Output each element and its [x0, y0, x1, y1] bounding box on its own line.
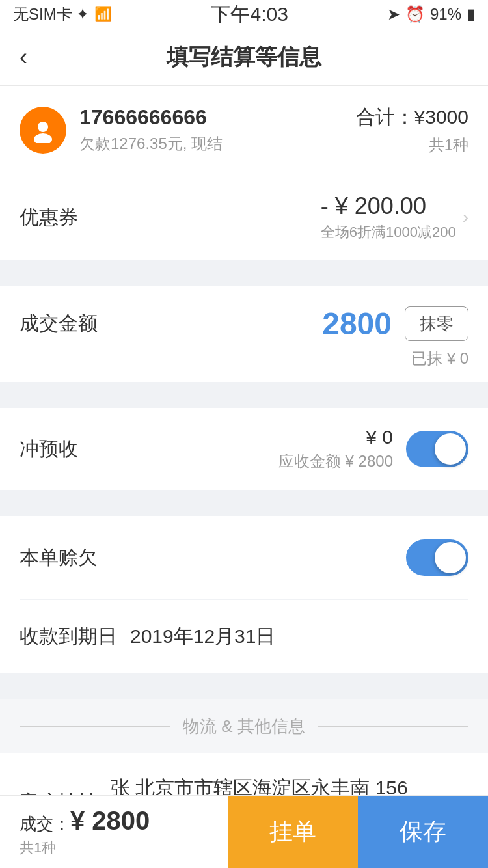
amount-row: 成交金额 2800 抹零	[0, 286, 488, 348]
due-date-value: 2019年12月31日	[130, 623, 275, 650]
total-count: 共1种	[356, 135, 468, 156]
bottom-bar: 成交：¥ 2800 共1种 挂单 保存	[0, 795, 488, 868]
location-icon: ➤	[387, 5, 400, 23]
nav-bar: ‹ 填写结算等信息	[0, 29, 488, 86]
wifi-icon: 📶	[94, 6, 112, 23]
content: 17666666666 欠款1276.35元, 现结 合计：¥3000 共1种 …	[0, 86, 488, 868]
deal-amount-label: 成交金额	[20, 310, 98, 337]
bottom-amount: ¥ 2800	[70, 806, 150, 835]
total-amount: 合计：¥3000	[356, 104, 468, 131]
customer-card: 17666666666 欠款1276.35元, 现结 合计：¥3000 共1种 …	[0, 86, 488, 260]
coupon-desc: 全场6折满1000减200	[321, 223, 456, 242]
section-divider-1	[0, 273, 488, 286]
prepay-row: 冲预收 ¥ 0 应收金额 ¥ 2800	[0, 408, 488, 490]
customer-left: 17666666666 欠款1276.35元, 现结	[20, 105, 223, 154]
customer-row: 17666666666 欠款1276.35元, 现结 合计：¥3000 共1种	[0, 86, 488, 174]
battery-icon: ▮	[467, 5, 475, 23]
customer-total: 合计：¥3000 共1种	[356, 104, 468, 156]
logistics-line-left	[20, 726, 170, 727]
prepay-toggle[interactable]	[406, 431, 468, 467]
deal-amount-value: 2800	[322, 306, 392, 342]
round-button[interactable]: 抹零	[405, 306, 468, 341]
prepay-values: ¥ 0 应收金额 ¥ 2800	[278, 426, 393, 472]
coupon-chevron-icon: ›	[463, 207, 468, 228]
status-right: ➤ ⏰ 91% ▮	[387, 5, 475, 23]
prepay-value: ¥ 0	[278, 426, 393, 448]
coupon-amount: - ¥ 200.00	[321, 193, 456, 220]
prepay-label: 冲预收	[20, 436, 78, 463]
coupon-label: 优惠券	[20, 204, 78, 231]
section-divider-2	[0, 395, 488, 408]
avatar	[20, 107, 66, 154]
debt-row: 本单赊欠	[0, 516, 488, 599]
prepay-card: 冲预收 ¥ 0 应收金额 ¥ 2800	[0, 408, 488, 490]
bottom-deal-label: 成交：¥ 2800	[20, 806, 208, 835]
logistics-line-right	[318, 726, 468, 727]
deal-amount-sub: 已抹 ¥ 0	[0, 348, 488, 382]
bottom-count: 共1种	[20, 838, 208, 858]
status-time: 下午4:03	[211, 1, 288, 28]
save-button[interactable]: 保存	[358, 796, 488, 869]
due-date-label: 收款到期日	[20, 623, 117, 650]
section-divider-4	[0, 686, 488, 699]
date-row: 收款到期日 2019年12月31日	[0, 600, 488, 673]
prepay-right: ¥ 0 应收金额 ¥ 2800	[278, 426, 468, 472]
svg-point-0	[38, 122, 48, 132]
debt-card: 本单赊欠 收款到期日 2019年12月31日	[0, 516, 488, 673]
coupon-row[interactable]: 优惠券 - ¥ 200.00 全场6折满1000减200 ›	[0, 174, 488, 260]
hang-order-button[interactable]: 挂单	[228, 796, 358, 869]
logistics-label: 物流 & 其他信息	[183, 715, 305, 738]
coupon-info: - ¥ 200.00 全场6折满1000减200	[321, 193, 456, 242]
coupon-right: - ¥ 200.00 全场6折满1000减200 ›	[321, 193, 468, 242]
logistics-section: 物流 & 其他信息	[0, 699, 488, 753]
bottom-summary: 成交：¥ 2800 共1种	[0, 806, 228, 858]
status-left: 无SIM卡 ✦ 📶	[13, 4, 112, 25]
customer-info: 17666666666 欠款1276.35元, 现结	[79, 105, 223, 154]
debt-label: 本单赊欠	[20, 545, 98, 571]
page-title: 填写结算等信息	[167, 42, 321, 72]
sim-label: 无SIM卡 ✦	[13, 4, 89, 25]
back-button[interactable]: ‹	[20, 44, 27, 71]
customer-phone: 17666666666	[79, 105, 223, 129]
debt-toggle[interactable]	[406, 539, 468, 576]
section-divider-3	[0, 503, 488, 516]
deal-amount-card: 成交金额 2800 抹零 已抹 ¥ 0	[0, 286, 488, 382]
svg-point-1	[34, 133, 52, 143]
alarm-icon: ⏰	[405, 5, 425, 23]
battery-label: 91%	[430, 5, 461, 23]
customer-debt: 欠款1276.35元, 现结	[79, 133, 223, 154]
status-bar: 无SIM卡 ✦ 📶 下午4:03 ➤ ⏰ 91% ▮	[0, 0, 488, 29]
prepay-sub: 应收金额 ¥ 2800	[278, 451, 393, 472]
amount-right: 2800 抹零	[322, 306, 468, 342]
